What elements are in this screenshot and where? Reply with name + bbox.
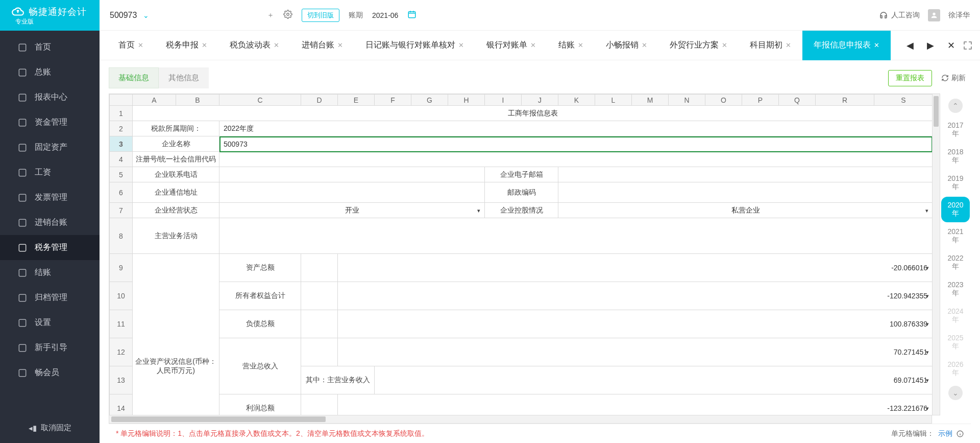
unpin-button[interactable]: ◂▮ 取消固定	[0, 415, 100, 443]
year-2023年[interactable]: 2023年	[941, 276, 970, 302]
close-icon[interactable]: ✕	[578, 41, 583, 49]
reset-report-button[interactable]: 重置报表	[888, 70, 932, 86]
status-select[interactable]: 开业	[219, 203, 485, 218]
col-H[interactable]: H	[448, 95, 485, 106]
col-P[interactable]: P	[742, 95, 779, 106]
col-I[interactable]: I	[485, 95, 522, 106]
row-7[interactable]: 7	[110, 203, 133, 218]
tab-1[interactable]: 税务申报✕	[155, 31, 218, 60]
value-12[interactable]: 70.271451	[338, 338, 933, 366]
year-2026年[interactable]: 2026年	[941, 356, 970, 382]
sidebar-item-chart[interactable]: 报表中心	[0, 85, 100, 110]
sidebar-item-ledger[interactable]: 进销台账	[0, 210, 100, 235]
close-icon[interactable]: ✕	[138, 41, 143, 49]
col-B[interactable]: B	[176, 95, 219, 106]
row-5[interactable]: 5	[110, 167, 133, 182]
tab-4[interactable]: 日记账与银行对账单核对✕	[354, 31, 475, 60]
horizontal-scrollbar[interactable]	[109, 415, 932, 424]
col-S[interactable]: S	[874, 95, 933, 106]
close-icon[interactable]: ✕	[458, 41, 464, 49]
sidebar-item-archive[interactable]: 归档管理	[0, 285, 100, 310]
row-10[interactable]: 10	[110, 282, 133, 310]
year-prev-icon[interactable]: ⌃	[948, 99, 963, 113]
col-N[interactable]: N	[669, 95, 705, 106]
year-2024年[interactable]: 2024年	[941, 303, 970, 329]
sidebar-item-salary[interactable]: 工资	[0, 160, 100, 185]
tab-7[interactable]: 小畅报销✕	[595, 31, 658, 60]
row-9[interactable]: 9	[110, 254, 133, 282]
asset-group[interactable]: 企业资产状况信息(币种：人民币万元)	[133, 254, 219, 416]
sidebar-item-book[interactable]: 总账	[0, 60, 100, 85]
row-14[interactable]: 14	[110, 394, 133, 416]
value-9[interactable]: -20.066016	[338, 254, 933, 282]
sidebar-item-tax[interactable]: 税务管理	[0, 235, 100, 260]
row-3[interactable]: 3	[110, 136, 133, 152]
row-13[interactable]: 13	[110, 366, 133, 394]
old-version-button[interactable]: 切到旧版	[302, 9, 339, 22]
close-icon[interactable]: ✕	[874, 41, 879, 49]
value-14[interactable]: -123.221676	[338, 394, 933, 416]
year-2017年[interactable]: 2017年	[941, 117, 970, 143]
col-G[interactable]: G	[411, 95, 448, 106]
year-2018年[interactable]: 2018年	[941, 144, 970, 169]
row-6[interactable]: 6	[110, 182, 133, 203]
row-1[interactable]: 1	[110, 106, 133, 121]
sidebar-item-money[interactable]: 资金管理	[0, 110, 100, 135]
company-name-cell[interactable]: 500973	[219, 136, 933, 152]
row-2[interactable]: 2	[110, 121, 133, 136]
col-L[interactable]: L	[595, 95, 632, 106]
col-E[interactable]: E	[338, 95, 375, 106]
period-label[interactable]: 税款所属期间：	[133, 121, 219, 136]
tab-3[interactable]: 进销台账✕	[290, 31, 354, 60]
close-icon[interactable]: ✕	[530, 41, 536, 49]
col-R[interactable]: R	[816, 95, 874, 106]
close-icon[interactable]: ✕	[337, 41, 343, 49]
year-2022年[interactable]: 2022年	[941, 250, 970, 275]
year-next-icon[interactable]: ⌄	[948, 386, 963, 400]
row-8[interactable]: 8	[110, 218, 133, 254]
sidebar-item-gear[interactable]: 设置	[0, 310, 100, 335]
reg-code-label[interactable]: 注册号/统一社会信用代码	[133, 152, 219, 167]
value-11[interactable]: 100.876339	[338, 310, 933, 338]
col-C[interactable]: C	[219, 95, 301, 106]
tab-9[interactable]: 科目期初✕	[739, 31, 802, 60]
tab-2[interactable]: 税负波动表✕	[218, 31, 290, 60]
tab-5[interactable]: 银行对账单✕	[475, 31, 547, 60]
tab-0[interactable]: 首页✕	[107, 31, 155, 60]
row-11[interactable]: 11	[110, 310, 133, 338]
sidebar-item-vip[interactable]: 畅会员	[0, 360, 100, 385]
row-12[interactable]: 12	[110, 338, 133, 366]
close-icon[interactable]: ✕	[274, 41, 279, 49]
close-icon[interactable]: ✕	[202, 41, 207, 49]
tab-next-icon[interactable]: ▶	[923, 38, 938, 53]
year-2020年[interactable]: 2020年	[941, 197, 970, 222]
year-2021年[interactable]: 2021年	[941, 223, 970, 249]
sidebar-item-home[interactable]: 首页	[0, 35, 100, 60]
tab-10[interactable]: 年报信息申报表✕	[802, 31, 891, 60]
col-F[interactable]: F	[375, 95, 411, 106]
holding-select[interactable]: 私营企业	[558, 203, 933, 218]
vertical-scrollbar[interactable]	[932, 94, 940, 415]
col-D[interactable]: D	[301, 95, 338, 106]
avatar-icon[interactable]	[928, 9, 940, 21]
year-2019年[interactable]: 2019年	[941, 170, 970, 196]
tab-prev-icon[interactable]: ◀	[902, 38, 918, 53]
period-value[interactable]: 2022年度	[219, 121, 933, 136]
row-4[interactable]: 4	[110, 152, 133, 167]
col-O[interactable]: O	[705, 95, 742, 106]
col-K[interactable]: K	[558, 95, 595, 106]
close-icon[interactable]: ✕	[722, 41, 727, 49]
year-2025年[interactable]: 2025年	[941, 330, 970, 355]
close-all-icon[interactable]: ✕	[943, 38, 959, 53]
sample-link[interactable]: 示例	[938, 429, 952, 438]
close-icon[interactable]: ✕	[642, 41, 647, 49]
sidebar-item-guide[interactable]: 新手引导	[0, 335, 100, 360]
plus-icon[interactable]: ＋	[267, 11, 274, 20]
user-name[interactable]: 徐泽华	[948, 11, 970, 20]
col-A[interactable]: A	[133, 95, 176, 106]
tab-6[interactable]: 结账✕	[547, 31, 595, 60]
consult-button[interactable]: 人工咨询	[879, 11, 920, 20]
sheet-title[interactable]: 工商年报信息表	[133, 106, 933, 121]
gear-icon[interactable]	[283, 10, 292, 20]
calendar-icon[interactable]	[407, 10, 416, 20]
